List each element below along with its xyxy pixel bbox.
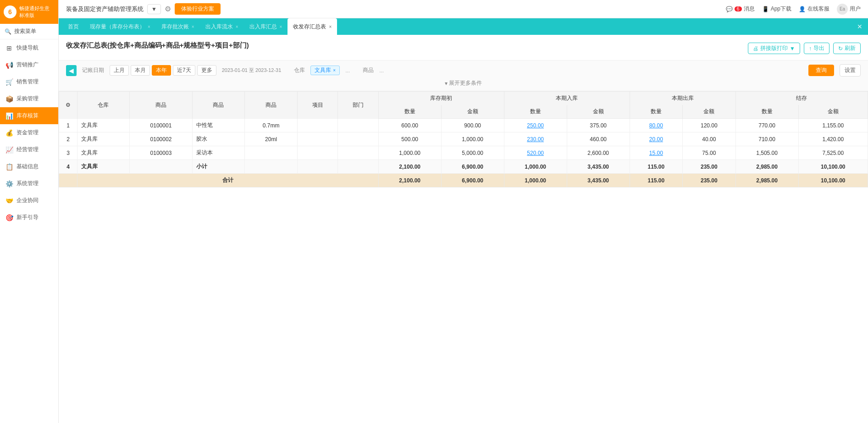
- tab-inventory-dist[interactable]: 现存量（库存分布表） ×: [84, 18, 156, 35]
- warehouse-more-dots[interactable]: ...: [345, 67, 350, 74]
- search-menu-item[interactable]: 🔍 搜索菜单: [0, 24, 58, 39]
- page-title: 收发存汇总表(按仓库+商品编码+商品+规格型号+项目+部门): [66, 41, 249, 50]
- page-actions: 🖨 拼接版打印 ▼ ↑ 导出 ↻ 刷新: [748, 43, 861, 54]
- link-cell[interactable]: 20.00: [649, 136, 663, 143]
- date-btn-7days[interactable]: 近7天: [173, 65, 195, 76]
- warehouse-tag-remove[interactable]: ×: [333, 68, 336, 73]
- user-item[interactable]: Ea 用户: [837, 4, 861, 15]
- th-settings[interactable]: ⚙: [59, 92, 77, 119]
- page-title-row: 收发存汇总表(按仓库+商品编码+商品+规格型号+项目+部门) 🖨 拼接版打印 ▼…: [66, 41, 861, 55]
- sidebar-item-marketing[interactable]: 📢 营销推广: [0, 56, 58, 73]
- trial-button[interactable]: 体验行业方案: [175, 3, 221, 15]
- column-settings-icon[interactable]: ⚙: [66, 102, 71, 108]
- tab-recv-send-summary[interactable]: 收发存汇总表 ×: [287, 18, 337, 35]
- system-icon: ⚙️: [6, 180, 13, 187]
- sidebar-item-guide[interactable]: 🎯 新手引导: [0, 209, 58, 226]
- th-closing-group: 结存: [735, 92, 868, 105]
- filter-row-main: ◀ 记账日期 上月 本月 本年 近7天 更多 2023-01-01 至 2023…: [66, 64, 861, 77]
- footer-closing-amt: 10,100.00: [798, 174, 868, 187]
- tab-close-batch-account[interactable]: ×: [192, 24, 194, 29]
- tab-bar: 首页 现存量（库存分布表） × 库存批次账 × 出入库流水 × 出入库汇总 × …: [59, 18, 868, 35]
- sidebar-item-basics[interactable]: 📋 基础信息: [0, 158, 58, 175]
- filter-area: ◀ 记账日期 上月 本月 本年 近7天 更多 2023-01-01 至 2023…: [59, 60, 868, 91]
- sidebar-item-finance[interactable]: 💰 资金管理: [0, 124, 58, 141]
- sidebar-item-quick-nav[interactable]: ⊞ 快捷导航: [0, 39, 58, 56]
- footer-empty: [59, 174, 77, 187]
- tab-close-inout-summary[interactable]: ×: [280, 24, 282, 29]
- footer-opening-qty: 2,100.00: [378, 174, 441, 187]
- topbar-right: 💬 6 消息 📱 App下载 👤 在线客服 Ea 用户: [726, 4, 861, 15]
- th-opening-amt: 金额: [441, 105, 504, 119]
- table-row: 4文具库小计2,100.006,900.001,000.003,435.0011…: [59, 160, 868, 174]
- th-out-group: 本期出库: [630, 92, 735, 105]
- notifications-item[interactable]: 💬 6 消息: [726, 5, 755, 13]
- tab-home[interactable]: 首页: [62, 18, 84, 35]
- th-project: 项目: [298, 92, 338, 119]
- sidebar-item-operations[interactable]: 📈 经营管理: [0, 141, 58, 158]
- sidebar-item-inventory[interactable]: 📊 库存核算: [0, 107, 58, 124]
- link-cell[interactable]: 15.00: [649, 150, 663, 156]
- sidebar-item-purchase[interactable]: 📦 采购管理: [0, 90, 58, 107]
- tabs-end: ✕: [855, 23, 864, 30]
- close-all-tabs-button[interactable]: ✕: [855, 23, 864, 30]
- tab-inout-summary[interactable]: 出入库汇总 ×: [244, 18, 288, 35]
- export-icon: ↑: [809, 45, 812, 52]
- th-in-amt: 金额: [567, 105, 630, 119]
- table-row: 1文具库0100001中性笔0.7mm600.00900.00250.00375…: [59, 119, 868, 132]
- date-btn-this-year[interactable]: 本年: [152, 65, 171, 76]
- tab-inout-flow[interactable]: 出入库流水 ×: [200, 18, 244, 35]
- guide-icon: 🎯: [6, 214, 13, 221]
- marketing-icon: 📢: [6, 61, 13, 69]
- tab-close-inout-flow[interactable]: ×: [236, 24, 238, 29]
- filter-settings-button[interactable]: 设置: [840, 64, 861, 77]
- app-logo: 6 畅捷通好生意 标准版: [0, 0, 58, 24]
- warehouse-filter-label: 仓库: [294, 66, 305, 74]
- filter-collapse-button[interactable]: ◀: [66, 65, 77, 76]
- date-btn-this-month[interactable]: 本月: [131, 65, 150, 76]
- link-cell[interactable]: 520.00: [527, 150, 544, 156]
- tab-close-inventory-dist[interactable]: ×: [148, 24, 150, 29]
- search-icon: 🔍: [5, 28, 11, 35]
- th-in-qty: 数量: [504, 105, 567, 119]
- date-filter-label: 记账日期: [82, 66, 104, 74]
- footer-row: 合计 2,100.00 6,900.00 1,000.00 3,435.00 1…: [59, 174, 868, 187]
- link-cell[interactable]: 230.00: [527, 136, 544, 143]
- print-icon: 🖨: [753, 45, 758, 52]
- tab-batch-account[interactable]: 库存批次账 ×: [156, 18, 200, 35]
- tab-close-recv-send-summary[interactable]: ×: [329, 24, 332, 29]
- date-btn-last-month[interactable]: 上月: [110, 65, 129, 76]
- sidebar-item-enterprise[interactable]: 🤝 企业协同: [0, 192, 58, 209]
- content-area: 收发存汇总表(按仓库+商品编码+商品+规格型号+项目+部门) 🖨 拼接版打印 ▼…: [59, 35, 868, 423]
- sidebar-item-sales[interactable]: 🛒 销售管理: [0, 73, 58, 90]
- query-button[interactable]: 查询: [808, 65, 834, 76]
- phone-icon: 📱: [762, 6, 769, 12]
- basics-icon: 📋: [6, 163, 13, 170]
- sales-icon: 🛒: [6, 78, 13, 86]
- print-button[interactable]: 🖨 拼接版打印 ▼: [748, 43, 800, 54]
- footer-label: 合计: [77, 174, 379, 187]
- link-cell[interactable]: 80.00: [649, 122, 663, 129]
- dropdown-icon: ▼: [790, 45, 795, 52]
- refresh-button[interactable]: ↻ 刷新: [833, 43, 861, 54]
- th-out-qty: 数量: [630, 105, 682, 119]
- quick-nav-icon: ⊞: [6, 44, 13, 52]
- th-out-amt: 金额: [683, 105, 735, 119]
- sidebar-item-system[interactable]: ⚙️ 系统管理: [0, 175, 58, 192]
- settings-gear-icon[interactable]: ⚙: [165, 5, 171, 13]
- date-btn-more[interactable]: 更多: [197, 65, 216, 76]
- goods-more-dots[interactable]: ...: [379, 67, 384, 74]
- finance-icon: 💰: [6, 129, 13, 137]
- system-title: 装备及固定资产辅助管理系统: [66, 5, 144, 13]
- topbar-settings-button[interactable]: ▼: [147, 4, 161, 14]
- table-row: 3文具库0100003采访本1,000.005,000.00520.002,60…: [59, 146, 868, 160]
- expand-conditions-button[interactable]: ▾ 展开更多条件: [445, 79, 482, 87]
- inventory-icon: 📊: [6, 112, 13, 120]
- online-service-item[interactable]: 👤 在线客服: [799, 5, 829, 13]
- table-row: 2文具库0100002胶水20ml500.001,000.00230.00460…: [59, 132, 868, 146]
- data-table-container: ⚙ 仓库 商品 商品 商品 项目 部门 库存期初 本期入库 本期出库 结存: [59, 91, 868, 423]
- link-cell[interactable]: 250.00: [527, 122, 544, 129]
- app-download-item[interactable]: 📱 App下载: [762, 5, 791, 13]
- footer-out-amt: 235.00: [683, 174, 735, 187]
- export-button[interactable]: ↑ 导出: [804, 43, 829, 54]
- th-department: 部门: [338, 92, 378, 119]
